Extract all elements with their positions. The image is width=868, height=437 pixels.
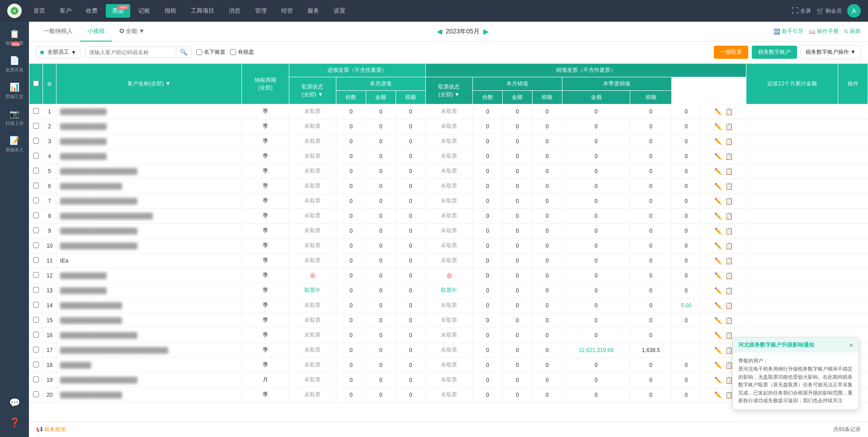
has-tax-input[interactable] — [230, 49, 236, 55]
client-name[interactable]: ████████████████ — [57, 179, 242, 193]
row-checkbox[interactable] — [33, 332, 39, 338]
edit-button[interactable]: ✏️ — [713, 226, 723, 235]
nav-accounting[interactable]: 记账 — [132, 4, 156, 18]
client-name[interactable]: tEa — [57, 253, 242, 268]
tax-policy-link[interactable]: 📢 税务政策 — [36, 426, 66, 433]
client-name[interactable]: ████████████████████ — [57, 164, 242, 179]
fullscreen-button[interactable]: ⛶ 全屏 — [792, 7, 811, 15]
edit-button[interactable]: ✏️ — [713, 122, 723, 131]
client-name[interactable]: ████████████████████ — [57, 238, 242, 253]
copy-button[interactable]: 📋 — [724, 152, 734, 161]
row-checkbox[interactable] — [33, 302, 39, 308]
new-guide-link[interactable]: 🆕 新手引导 — [774, 28, 803, 35]
edit-button[interactable]: ✏️ — [713, 346, 723, 355]
edit-button[interactable]: ✏️ — [713, 376, 723, 385]
tax-digital-account-button[interactable]: 税务数字账户 — [752, 46, 797, 59]
row-checkbox[interactable] — [33, 347, 39, 352]
client-name[interactable]: ████████████████ — [57, 298, 242, 313]
row-checkbox[interactable] — [33, 197, 39, 203]
client-name[interactable]: ████████████████████ — [57, 223, 242, 238]
prev-month-button[interactable]: ◀ — [437, 27, 442, 36]
sidebar-item-issue-invoice[interactable]: 📄 发票开具 — [0, 52, 29, 77]
client-name[interactable]: ████████████ — [57, 134, 242, 149]
has-tax-checkbox[interactable]: 有税盘 — [230, 48, 254, 56]
copy-button[interactable]: 📋 — [724, 122, 734, 131]
copy-button[interactable]: 📋 — [724, 316, 734, 325]
under-ledger-checkbox[interactable]: 名下账套 — [196, 48, 226, 56]
nav-tax[interactable]: 报税 — [158, 4, 183, 18]
search-button[interactable]: 🔍 — [176, 47, 191, 57]
row-checkbox[interactable] — [33, 391, 39, 397]
nav-invoice[interactable]: 票据 new — [106, 4, 130, 18]
row-checkbox[interactable] — [33, 272, 39, 278]
edit-button[interactable]: ✏️ — [713, 316, 723, 325]
row-checkbox[interactable] — [33, 108, 39, 114]
sidebar-item-smart-invoice[interactable]: 📋 智能取票new — [0, 25, 29, 50]
edit-button[interactable]: ✏️ — [713, 152, 723, 161]
sidebar-item-scan-upload[interactable]: 📷 扫描上传 — [0, 105, 29, 130]
edit-button[interactable]: ✏️ — [713, 361, 723, 370]
client-name[interactable]: ████████ — [57, 357, 242, 372]
client-name[interactable]: ████████████████████████████ — [57, 343, 242, 357]
row-checkbox[interactable] — [33, 123, 39, 129]
tax-digital-operation-button[interactable]: 税务数字账户操作 ▼ — [801, 45, 861, 59]
client-name[interactable]: ████████████ — [57, 119, 242, 134]
client-name[interactable]: ████████████████████ — [57, 193, 242, 208]
client-name[interactable]: ████████████████ — [57, 387, 242, 402]
nav-settings[interactable]: 设置 — [327, 4, 352, 18]
edit-button[interactable]: ✏️ — [713, 301, 723, 310]
search-input[interactable] — [85, 47, 176, 57]
tab-all[interactable]: ✪ 全能 ▼ — [112, 22, 152, 42]
edit-button[interactable]: ✏️ — [713, 137, 723, 146]
one-key-get-button[interactable]: 一键取票 — [714, 46, 748, 59]
edit-button[interactable]: ✏️ — [713, 167, 723, 176]
copy-button[interactable]: 📋 — [724, 211, 734, 221]
user-avatar[interactable]: A — [847, 4, 861, 18]
client-name[interactable]: ████████████ — [57, 268, 242, 283]
edit-button[interactable]: ✏️ — [713, 286, 723, 295]
copy-button[interactable]: 📋 — [724, 197, 734, 206]
accumulate[interactable]: 5.00 — [672, 298, 701, 313]
client-name[interactable]: ████████████████████ — [57, 372, 242, 387]
row-checkbox[interactable] — [33, 242, 39, 248]
row-checkbox[interactable] — [33, 257, 39, 263]
edit-button[interactable]: ✏️ — [713, 182, 723, 191]
nav-income[interactable]: 收费 — [80, 4, 104, 18]
edit-button[interactable]: ✏️ — [713, 271, 723, 280]
row-checkbox[interactable] — [33, 138, 39, 144]
under-ledger-input[interactable] — [196, 49, 202, 55]
tab-small[interactable]: 小规模 — [80, 22, 112, 42]
row-checkbox[interactable] — [33, 227, 39, 233]
select-all-checkbox[interactable] — [33, 80, 39, 86]
row-checkbox[interactable] — [33, 153, 39, 159]
edit-button[interactable]: ✏️ — [713, 107, 723, 116]
nav-message[interactable]: 消息 — [222, 4, 247, 18]
refresh-button[interactable]: ↻ 刷新 — [844, 28, 861, 35]
edit-button[interactable]: ✏️ — [713, 241, 723, 250]
nav-management[interactable]: 管理 — [249, 4, 273, 18]
row-checkbox[interactable] — [33, 183, 39, 188]
sidebar-item-feedback[interactable]: 💬 — [7, 394, 22, 412]
client-name[interactable]: ████████████ — [57, 104, 242, 119]
row-checkbox[interactable] — [33, 376, 39, 382]
nav-home[interactable]: 首页 — [27, 4, 52, 18]
client-name[interactable]: ████████████ — [57, 283, 242, 298]
copy-button[interactable]: 📋 — [724, 241, 734, 250]
notification-close-button[interactable]: × — [849, 342, 853, 349]
edit-button[interactable]: ✏️ — [713, 390, 723, 399]
nav-business[interactable]: 工商项目 — [184, 4, 221, 18]
client-name[interactable]: ████████████████████████ — [57, 208, 242, 223]
edit-button[interactable]: ✏️ — [713, 256, 723, 265]
edit-button[interactable]: ✏️ — [713, 211, 723, 221]
sidebar-item-invoice-entry[interactable]: 📝 票据录入 — [0, 132, 29, 157]
employee-select[interactable]: 全部员工 ▼ — [36, 46, 80, 58]
copy-button[interactable]: 📋 — [724, 256, 734, 265]
copy-button[interactable]: 📋 — [724, 226, 734, 235]
tab-general[interactable]: 一般纳税人 — [36, 22, 80, 42]
client-name[interactable]: ████████████████████ — [57, 328, 242, 343]
row-checkbox[interactable] — [33, 362, 39, 367]
copy-button[interactable]: 📋 — [724, 167, 734, 176]
client-name[interactable]: ████████████ — [57, 149, 242, 164]
sidebar-item-invoice-summary[interactable]: 📊 票据汇总 — [0, 79, 29, 103]
client-name[interactable]: ████████████████ — [57, 313, 242, 328]
